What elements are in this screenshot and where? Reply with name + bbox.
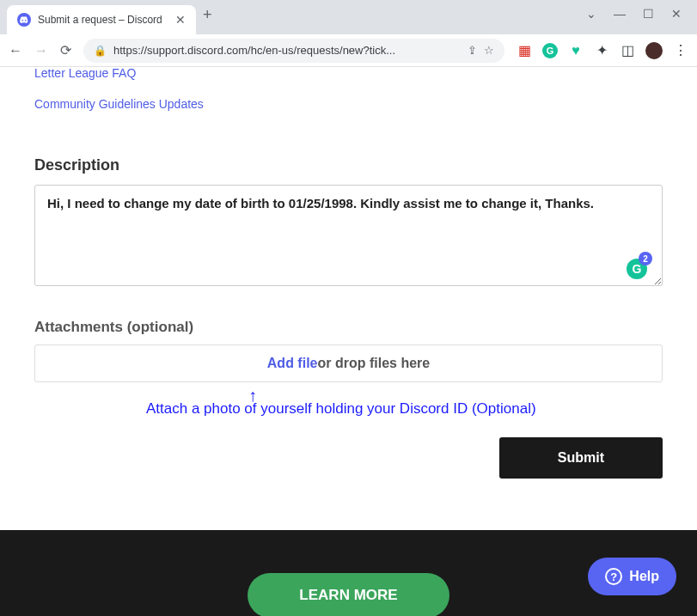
- link-letter-league[interactable]: Letter League FAQ: [34, 67, 663, 82]
- help-question-icon: ?: [605, 568, 622, 585]
- close-window-icon[interactable]: ✕: [671, 7, 682, 21]
- attachment-dropzone[interactable]: Add file or drop files here: [34, 345, 663, 382]
- page-viewport[interactable]: Letter League FAQ Community Guidelines U…: [0, 67, 697, 616]
- browser-toolbar: ← → ⟳ 🔒 https://support.discord.com/hc/e…: [0, 34, 697, 67]
- browser-tab[interactable]: Submit a request – Discord ✕: [7, 5, 196, 34]
- share-icon[interactable]: ⇪: [468, 44, 477, 57]
- lock-icon: 🔒: [94, 45, 107, 57]
- back-icon[interactable]: ←: [9, 43, 22, 58]
- menu-dots-icon[interactable]: ⋮: [673, 43, 688, 58]
- discord-favicon: [17, 13, 31, 27]
- add-file-link[interactable]: Add file: [267, 356, 318, 371]
- chevron-down-icon[interactable]: ⌄: [586, 7, 596, 21]
- minimize-icon[interactable]: —: [614, 7, 626, 21]
- browser-titlebar: Submit a request – Discord ✕ + ⌄ — ☐ ✕: [0, 0, 697, 34]
- drop-hint-text: or drop files here: [317, 356, 430, 371]
- address-bar[interactable]: 🔒 https://support.discord.com/hc/en-us/r…: [83, 39, 504, 63]
- help-label: Help: [629, 569, 659, 584]
- profile-avatar[interactable]: [645, 42, 663, 59]
- shield-icon[interactable]: ♥: [568, 43, 584, 58]
- tab-close-icon[interactable]: ✕: [175, 13, 186, 27]
- link-community-guidelines[interactable]: Community Guidelines Updates: [34, 95, 663, 113]
- annotation-text: ↑ Attach a photo of yourself holding you…: [146, 398, 663, 420]
- window-controls: ⌄ — ☐ ✕: [571, 0, 697, 27]
- description-label: Description: [34, 156, 663, 174]
- forward-icon[interactable]: →: [34, 43, 48, 58]
- submit-button[interactable]: Submit: [499, 437, 663, 479]
- help-widget[interactable]: ? Help: [588, 558, 676, 595]
- url-text: https://support.discord.com/hc/en-us/req…: [113, 44, 461, 57]
- learn-more-button[interactable]: LEARN MORE: [248, 573, 449, 617]
- extensions-puzzle-icon[interactable]: ✦: [594, 43, 609, 58]
- new-tab-button[interactable]: +: [203, 6, 212, 24]
- side-panel-icon[interactable]: ◫: [620, 43, 635, 58]
- grammarly-extension-icon[interactable]: G: [542, 43, 558, 58]
- extension-icon-1[interactable]: ▦: [517, 43, 532, 58]
- attachments-label: Attachments (optional): [34, 319, 663, 336]
- tab-title: Submit a request – Discord: [38, 14, 168, 26]
- grammarly-count-badge[interactable]: 2: [639, 252, 652, 265]
- bookmark-icon[interactable]: ☆: [484, 44, 494, 57]
- maximize-icon[interactable]: ☐: [643, 7, 654, 21]
- description-textarea[interactable]: [34, 185, 663, 286]
- reload-icon[interactable]: ⟳: [60, 42, 71, 58]
- arrow-up-icon: ↑: [248, 382, 257, 408]
